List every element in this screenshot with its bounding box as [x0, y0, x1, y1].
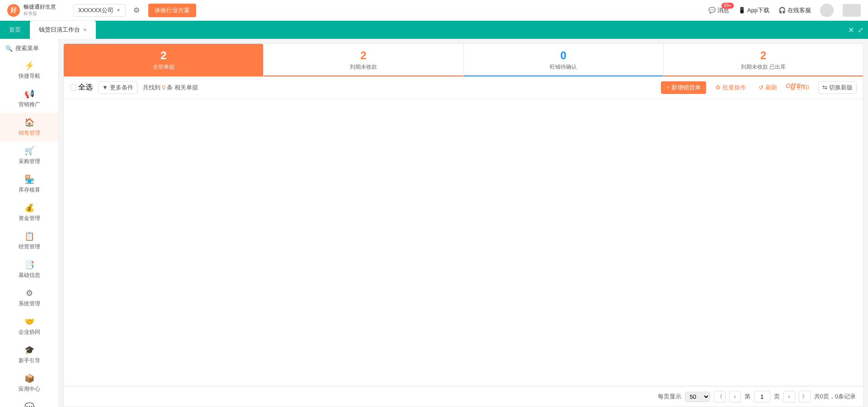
settings-button[interactable]: ⚙	[130, 4, 143, 17]
user-name-area[interactable]	[843, 4, 861, 17]
stat-tab-overdue[interactable]: 2 到期未收款	[264, 44, 463, 76]
first-page-button[interactable]: 《	[714, 391, 726, 402]
sidebar-search[interactable]: 🔍 搜索菜单	[0, 41, 58, 56]
online-service-label: 在线客服	[788, 6, 811, 14]
sidebar-item-system-label: 系统管理	[19, 300, 40, 308]
page-label-first: 第	[745, 393, 750, 401]
tab-home-label: 首页	[9, 26, 21, 34]
batch-icon: ⚙	[715, 84, 721, 91]
filter-icon: ▼	[102, 84, 108, 91]
sidebar-item-promo[interactable]: 📢 营销推广	[0, 84, 58, 113]
stat-all-label: 全部单据	[153, 63, 175, 71]
sidebar-item-nav-label: 快捷导航	[19, 72, 40, 80]
message-button[interactable]: 💬 消息 99+	[708, 6, 729, 14]
batch-label: 批量操作	[722, 84, 746, 92]
stat-all-number: 2	[160, 49, 166, 62]
message-icon: 💬	[708, 7, 716, 14]
sidebar-item-finance-label: 资金管理	[19, 215, 40, 222]
sidebar-item-inventory-label: 库存核算	[19, 186, 40, 194]
often-label: OfTEn	[786, 82, 805, 89]
table-area	[63, 99, 863, 386]
sidebar-item-sales-label: 销售管理	[19, 129, 40, 137]
next-page-button[interactable]: ›	[783, 391, 795, 402]
service-icon: 🎧	[778, 7, 786, 14]
last-page-button[interactable]: 》	[799, 391, 811, 402]
main-content: 2 全部单据 2 到期未收款 0 旺铺待确认 2 到期未收款 已出库	[59, 39, 868, 407]
switch-icon: ⇆	[822, 84, 827, 91]
pagination: 每页显示 50 10 20 100 《 ‹ 第 页 › 》 共0页，0条记录	[63, 386, 863, 407]
online-service-button[interactable]: 🎧 在线客服	[778, 6, 811, 14]
stat-tab-pending[interactable]: 0 旺铺待确认	[464, 44, 664, 76]
tab-close-all-icon[interactable]: ✕	[848, 26, 854, 34]
company-dropdown-arrow: ▼	[116, 8, 121, 13]
stat-tab-overdue-out[interactable]: 2 到期未收款 已出库	[664, 44, 863, 76]
logo-sub: 标准版	[24, 10, 56, 17]
prev-page-button[interactable]: ‹	[729, 391, 741, 402]
next-page-icon: ›	[788, 393, 790, 400]
page-size-select[interactable]: 50 10 20 100	[685, 392, 710, 402]
app-download-label: App下载	[747, 6, 769, 14]
filter-button[interactable]: ▼ 更多条件	[98, 81, 137, 94]
sidebar-item-guide[interactable]: 🎓 新手引导	[0, 341, 58, 369]
found-text: 共找到 0 条 相关单据	[143, 84, 198, 92]
refresh-button[interactable]: ↺ 刷新	[755, 82, 781, 94]
sidebar-item-appcenter-label: 应用中心	[19, 385, 40, 393]
sidebar-item-inventory[interactable]: 🏪 库存核算	[0, 170, 58, 198]
finance-icon: 💰	[24, 203, 34, 213]
page-number-input[interactable]	[754, 391, 770, 402]
tab-home[interactable]: 首页	[0, 21, 30, 39]
top-right-area: 💬 消息 99+ 📱 App下载 🎧 在线客服	[708, 4, 861, 17]
stats-tabs: 2 全部单据 2 到期未收款 0 旺铺待确认 2 到期未收款 已出库	[63, 43, 863, 77]
sidebar-item-operations[interactable]: 📋 经营管理	[0, 227, 58, 255]
select-all-label: 全选	[78, 83, 93, 92]
tab-workbench-label: 钱货日清工作台	[39, 26, 80, 34]
switch-version-button[interactable]: ⇆ 切换新版	[818, 81, 857, 94]
checkbox-icon	[70, 84, 76, 91]
stat-overdue-label: 到期未收款	[350, 63, 377, 71]
page-size-label: 每页显示	[658, 393, 681, 401]
search-label: 搜索菜单	[15, 44, 39, 52]
found-count: 0	[162, 84, 165, 91]
sidebar: 🔍 搜索菜单 ⚡ 快捷导航 📢 营销推广 🏠 销售管理 🛒 采购管理 🏪 库存核…	[0, 39, 59, 407]
sidebar-item-wechat[interactable]: 💬 企业微信	[0, 398, 58, 407]
sidebar-item-nav[interactable]: ⚡ 快捷导航	[0, 56, 58, 84]
stat-pending-label: 旺铺待确认	[550, 63, 577, 71]
close-tab-icon[interactable]: ✕	[83, 27, 87, 33]
stat-pending-number: 0	[560, 49, 566, 62]
logo-area: 好 畅捷通好生意 标准版	[7, 4, 66, 17]
sidebar-item-purchase[interactable]: 🛒 采购管理	[0, 141, 58, 170]
refresh-label: 刷新	[765, 84, 777, 92]
stat-overdue-out-number: 2	[760, 49, 766, 62]
sidebar-item-finance[interactable]: 💰 资金管理	[0, 198, 58, 227]
logo-text: 畅捷通好生意	[24, 4, 56, 11]
sidebar-item-promo-label: 营销推广	[19, 101, 40, 108]
toolbar-right: + 新增销货单 ⚙ 批量操作 ↺ 刷新 🖨 打印 ⇆ 切换新版	[661, 81, 857, 94]
tab-work-bench[interactable]: 钱货日清工作台 ✕	[30, 21, 96, 39]
last-page-icon: 》	[802, 393, 807, 401]
toolbar: 全选 ▼ 更多条件 共找到 0 条 相关单据 + 新增销货单 ⚙ 批量操作 ↺	[63, 77, 863, 99]
user-avatar[interactable]	[820, 4, 834, 17]
sidebar-item-cooperation[interactable]: 🤝 企业协同	[0, 312, 58, 341]
switch-label: 切换新版	[829, 84, 853, 92]
sidebar-item-sales[interactable]: 🏠 销售管理	[0, 113, 58, 141]
select-all-checkbox[interactable]: 全选	[70, 83, 93, 92]
app-download-button[interactable]: 📱 App下载	[738, 6, 769, 14]
first-page-icon: 《	[717, 393, 722, 401]
sidebar-item-system[interactable]: ⚙ 系统管理	[0, 284, 58, 312]
sidebar-item-basic[interactable]: 📑 基础信息	[0, 255, 58, 284]
sales-icon: 🏠	[24, 117, 34, 127]
stat-tab-all[interactable]: 2 全部单据	[64, 44, 264, 76]
nav-icon: ⚡	[24, 61, 34, 70]
batch-operation-button[interactable]: ⚙ 批量操作	[712, 82, 750, 94]
trial-button[interactable]: 体验行业方案	[148, 4, 196, 17]
sidebar-item-appcenter[interactable]: 📦 应用中心	[0, 369, 58, 398]
appcenter-icon: 📦	[24, 374, 34, 384]
add-sales-order-button[interactable]: + 新增销货单	[661, 81, 706, 94]
refresh-icon: ↺	[759, 84, 764, 91]
sidebar-item-basic-label: 基础信息	[19, 271, 40, 279]
promo-icon: 📢	[24, 89, 34, 99]
tab-expand-icon[interactable]: ⤢	[858, 26, 863, 34]
search-icon: 🔍	[5, 45, 13, 52]
company-selector[interactable]: XXXXXX公司 ▼	[73, 4, 126, 17]
phone-icon: 📱	[738, 7, 745, 14]
